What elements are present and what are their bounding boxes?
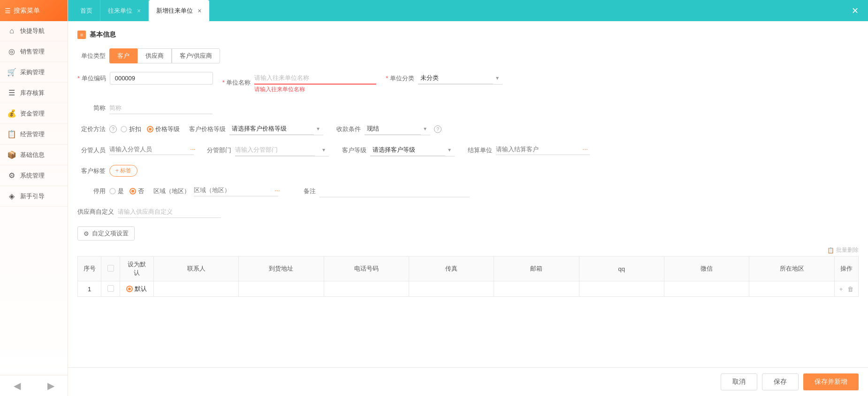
radio-no-circle (129, 188, 136, 194)
remark-input[interactable] (320, 185, 470, 197)
tab-partners-close-icon[interactable]: × (137, 7, 141, 15)
email-input[interactable] (499, 286, 574, 293)
save-button[interactable]: 保存 (762, 373, 799, 390)
manager-more-icon[interactable]: ··· (188, 145, 198, 153)
fax-input[interactable] (414, 286, 489, 293)
type-btn-supplier[interactable]: 供应商 (137, 48, 172, 63)
sidebar-item-inventory[interactable]: ☰ 库存核算 (0, 83, 68, 103)
customer-level-group: 客户等级 请选择客户等级 ▾ (338, 144, 455, 156)
col-fax: 传真 (409, 256, 494, 281)
customer-tag-label: 客户标签 (77, 167, 106, 175)
sidebar-item-quick-nav[interactable]: ⌂ 快捷导航 (0, 21, 68, 41)
customer-price-level-label: 客户价格等级 (189, 125, 226, 133)
cell-checkbox (101, 281, 120, 297)
region-input[interactable] (194, 186, 273, 194)
unit-name-input[interactable] (254, 72, 376, 85)
col-address: 到货地址 (239, 256, 324, 281)
sidebar-item-operations[interactable]: 📋 经营管理 (0, 124, 68, 145)
custom-settings-icon: ⚙ (84, 230, 89, 237)
save-new-button[interactable]: 保存并新增 (803, 373, 859, 390)
unit-category-label: 单位分类 (386, 74, 414, 83)
radio-no[interactable]: 否 (129, 187, 144, 195)
finance-icon: 💰 (7, 109, 16, 118)
region-label: 区域（地区） (153, 187, 190, 195)
cell-fax[interactable] (409, 281, 494, 297)
disabled-row: 停用 是 否 区域（地区） ··· (77, 185, 859, 197)
sidebar-item-finance[interactable]: 💰 资金管理 (0, 103, 68, 124)
cancel-button[interactable]: 取消 (721, 373, 757, 390)
type-btn-customer[interactable]: 客户 (109, 48, 137, 63)
wechat-input[interactable] (669, 286, 744, 293)
cell-action: + 🗑 (834, 281, 858, 297)
batch-delete-label[interactable]: 批量删除 (836, 246, 859, 254)
row-default-radio[interactable] (126, 286, 133, 292)
payment-terms-group: 收款条件 现结 ▾ ? (333, 123, 442, 135)
location-input[interactable] (754, 286, 829, 293)
cell-email[interactable] (494, 281, 579, 297)
type-btn-both[interactable]: 客户/供应商 (172, 48, 220, 63)
payment-terms-select[interactable]: 现结 (365, 123, 421, 135)
cell-location[interactable] (749, 281, 834, 297)
sys-icon: ⚙ (7, 171, 16, 180)
region-more-icon[interactable]: ··· (273, 186, 282, 194)
cell-address[interactable] (239, 281, 324, 297)
cell-qq[interactable] (579, 281, 664, 297)
sidebar-item-sales[interactable]: ◎ 销售管理 (0, 41, 68, 62)
customer-level-select[interactable]: 请选择客户等级 (370, 144, 445, 156)
unit-type-group: 单位类型 客户 供应商 客户/供应商 (77, 48, 220, 63)
cell-wechat[interactable] (664, 281, 749, 297)
add-tag-button[interactable]: + 标签 (109, 165, 137, 177)
row-checkbox[interactable] (107, 285, 114, 292)
supplier-custom-input[interactable] (118, 206, 221, 218)
pricing-radio-group: 折扣 价格等级 (121, 125, 180, 133)
cell-seq: 1 (78, 281, 101, 297)
sidebar-item-base-info[interactable]: 📦 基础信息 (0, 145, 68, 165)
col-qq: qq (579, 256, 664, 281)
unit-name-group: 单位名称 请输入往来单位名称 (222, 72, 377, 93)
tab-partners[interactable]: 往来单位 × (100, 0, 149, 21)
section-header: ≡ 基本信息 (77, 31, 859, 39)
sidebar-header[interactable]: ☰ 搜索菜单 (0, 0, 68, 21)
radio-price-level[interactable]: 价格等级 (147, 125, 180, 133)
department-input[interactable] (235, 144, 315, 156)
radio-discount[interactable]: 折扣 (121, 125, 141, 133)
unit-category-select[interactable]: 未分类 (418, 72, 493, 84)
cell-contact[interactable] (153, 281, 238, 297)
short-name-input[interactable] (109, 102, 213, 114)
row-add-icon[interactable]: + (839, 286, 843, 293)
select-all-checkbox[interactable] (107, 265, 114, 272)
phone-input[interactable] (329, 286, 404, 293)
purchase-icon: 🛒 (7, 68, 16, 77)
contact-input[interactable] (159, 286, 234, 293)
tab-bar-close-button[interactable]: ✕ (847, 6, 863, 16)
sidebar-item-label: 销售管理 (20, 47, 45, 56)
cell-phone[interactable] (324, 281, 409, 297)
tab-new-partner-label: 新增往来单位 (156, 7, 193, 15)
billing-unit-more-icon[interactable]: ··· (580, 145, 590, 153)
row-delete-icon[interactable]: 🗑 (847, 286, 853, 293)
sidebar-item-new-guide[interactable]: ◈ 新手引导 (0, 186, 68, 207)
custom-settings-button[interactable]: ⚙ 自定义项设置 (77, 226, 135, 241)
radio-discount-label: 折扣 (129, 125, 141, 133)
address-input[interactable] (244, 286, 319, 293)
manager-input[interactable] (109, 146, 188, 153)
customer-price-level-select[interactable]: 请选择客户价格等级 (229, 123, 314, 135)
tab-new-partner[interactable]: 新增往来单位 × (149, 0, 209, 21)
payment-terms-help-icon[interactable]: ? (434, 125, 442, 133)
col-checkbox (101, 256, 120, 281)
short-name-row: 简称 (77, 102, 859, 114)
sidebar-item-label: 采购管理 (20, 68, 45, 77)
unit-code-input[interactable] (110, 72, 213, 85)
menu-search-icon: ☰ (5, 7, 11, 15)
sidebar-item-sys-mgmt[interactable]: ⚙ 系统管理 (0, 165, 68, 186)
tab-home[interactable]: 首页 (73, 0, 100, 21)
tab-new-partner-close-icon[interactable]: × (198, 7, 201, 15)
pricing-help-icon[interactable]: ? (109, 125, 117, 133)
sidebar-item-purchase[interactable]: 🛒 采购管理 (0, 62, 68, 83)
billing-unit-input[interactable] (496, 146, 580, 153)
sidebar-expand-btn[interactable]: ▶ (34, 375, 68, 396)
sales-icon: ◎ (7, 47, 16, 56)
qq-input[interactable] (584, 286, 659, 293)
radio-yes[interactable]: 是 (109, 187, 124, 195)
sidebar-collapse-btn[interactable]: ◀ (0, 375, 34, 396)
